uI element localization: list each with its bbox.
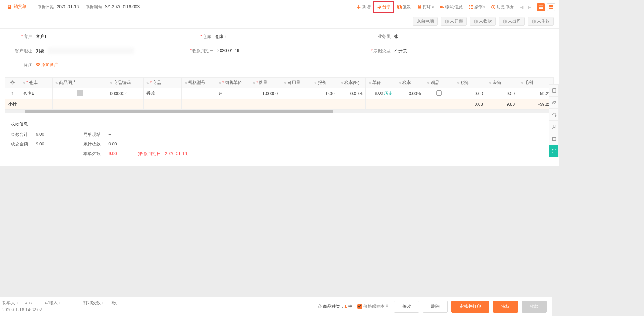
col-discount[interactable]: ⇅税率(%) [338, 78, 365, 88]
print-icon [417, 5, 422, 10]
history-icon [491, 5, 496, 10]
audit-button[interactable]: 审核 [493, 301, 518, 313]
badge-uninvoiced[interactable]: 未开票 [441, 17, 467, 26]
print-button[interactable]: 打印▾ [414, 0, 437, 14]
cell-unit[interactable]: 台 [216, 88, 250, 99]
add-remark-link[interactable]: 添加备注 [36, 62, 58, 68]
rail-expand[interactable] [549, 145, 559, 157]
edit-button[interactable]: 修改 [394, 301, 419, 313]
nav-arrows: ◀ ▶ [517, 5, 534, 10]
svg-rect-4 [357, 7, 361, 8]
rail-box[interactable] [549, 133, 559, 145]
badge-unship[interactable]: 未出库 [499, 17, 525, 26]
product-kinds: ◎ 商品种类：1 种 [318, 303, 352, 310]
col-avail[interactable]: ⇅可用量 [281, 78, 311, 88]
svg-rect-27 [475, 21, 476, 23]
col-taxamt[interactable]: ⇅税额 [454, 78, 486, 88]
svg-rect-26 [475, 20, 476, 21]
subtotal-row: 小计 0.00 9.00 -59.21 [5, 99, 554, 110]
rail-note[interactable] [549, 84, 559, 97]
rail-refresh[interactable] [549, 109, 559, 121]
cell-image[interactable] [53, 88, 107, 99]
cell-taxr[interactable]: 0.00% [396, 88, 424, 99]
gift-checkbox[interactable] [436, 90, 441, 95]
plus-icon [356, 5, 361, 10]
subtotal-label: 小计 [5, 99, 20, 110]
collect-button: 收款 [522, 301, 547, 313]
col-taxrate[interactable]: ⇅税率 [396, 78, 424, 88]
rail-user[interactable] [549, 121, 559, 133]
svg-rect-12 [469, 8, 470, 9]
cell-code[interactable]: 0000002 [107, 88, 144, 99]
col-product[interactable]: ⇅*商品 [144, 78, 181, 88]
subtotal-amount: 9.00 [486, 99, 518, 110]
col-unit[interactable]: ⇅*销售单位 [216, 78, 250, 88]
table-row[interactable]: 1 仓库B 0000002 香蕉 台 1.00000 9.00 0.00% 9.… [5, 88, 554, 99]
next-button[interactable]: ▶ [526, 5, 532, 10]
col-warehouse[interactable]: ⇅*仓库 [20, 78, 53, 88]
cell-warehouse[interactable]: 仓库B [20, 88, 53, 99]
cell-quote[interactable]: 9.00 [311, 88, 338, 99]
svg-rect-24 [446, 21, 447, 23]
svg-rect-21 [551, 7, 553, 9]
col-quote[interactable]: ⇅报价 [311, 78, 338, 88]
rail-attach[interactable] [549, 97, 559, 109]
debt-row: 本单欠款9.00 （收款到期日：2020-01-16） [83, 151, 191, 157]
col-qty[interactable]: ⇅*数量 [250, 78, 281, 88]
subtotal-taxamt: 0.00 [454, 99, 486, 110]
horizontal-scrollbar[interactable] [5, 110, 554, 113]
view-grid-button[interactable] [547, 3, 555, 11]
svg-rect-18 [549, 5, 551, 6]
svg-rect-29 [504, 20, 505, 21]
svg-point-39 [553, 125, 555, 127]
svg-rect-11 [471, 5, 473, 6]
tab-sales-order[interactable]: 销货单 [4, 0, 30, 14]
history-button[interactable]: 历史单据 [488, 0, 517, 14]
prev-button[interactable]: ◀ [519, 5, 525, 10]
cell-spec[interactable] [181, 88, 216, 99]
footer-time: 2020-01-16 14:32:07 [2, 307, 129, 313]
delete-button[interactable]: 删除 [423, 301, 448, 313]
info-icon [532, 19, 536, 24]
badge-unpaid[interactable]: 未收款 [470, 17, 496, 26]
field-customer: *客户客户1 [11, 34, 190, 40]
view-list-button[interactable] [537, 3, 545, 11]
cell-product[interactable]: 香蕉 [144, 88, 181, 99]
operate-button[interactable]: 操作▾ [465, 0, 488, 14]
cell-qty[interactable]: 1.00000 [250, 88, 281, 99]
user-icon [552, 124, 557, 129]
settings-col[interactable] [5, 78, 20, 88]
field-warehouse: *仓库仓库B [190, 34, 369, 40]
price-follow-check[interactable]: 价格跟踪本单 [357, 303, 389, 310]
badge-source: 来自电脑 [413, 17, 438, 26]
col-spec[interactable]: ⇅规格型号 [181, 78, 216, 88]
col-image[interactable]: ⇅商品图片 [53, 78, 107, 88]
logistics-button[interactable]: 物流信息 [437, 0, 465, 14]
svg-rect-32 [533, 20, 534, 21]
follow-checkbox[interactable] [357, 304, 362, 309]
col-price[interactable]: ⇅单价 [365, 78, 396, 88]
col-amount[interactable]: ⇅金额 [486, 78, 518, 88]
cell-disc[interactable]: 0.00% [338, 88, 365, 99]
total-row: 金额合计9.00 [11, 132, 44, 138]
col-gift[interactable]: ⇅赠品 [424, 78, 454, 88]
field-duedate: *收款到期日2020-01-16 [190, 48, 369, 54]
add-button[interactable]: 新增 [353, 0, 373, 14]
col-code[interactable]: ⇅商品编码 [107, 78, 144, 88]
svg-rect-17 [539, 8, 543, 9]
grid2-icon [548, 5, 553, 10]
share-icon [377, 5, 382, 10]
audit-print-button[interactable]: 审核并打印 [451, 301, 489, 313]
list-icon [538, 5, 543, 10]
badge-ineffect[interactable]: 未生效 [528, 17, 554, 26]
col-profit[interactable]: ⇅毛利 [518, 78, 554, 88]
copy-button[interactable]: 复制 [394, 0, 414, 14]
cell-price[interactable]: 9.00 历史 [365, 88, 396, 99]
refresh-icon [552, 112, 557, 117]
svg-rect-30 [504, 21, 505, 23]
cell-gift[interactable] [424, 88, 454, 99]
history-link[interactable]: 历史 [384, 91, 393, 96]
share-button[interactable]: 分享 [373, 1, 394, 13]
svg-rect-8 [418, 5, 420, 6]
svg-rect-23 [446, 20, 447, 21]
